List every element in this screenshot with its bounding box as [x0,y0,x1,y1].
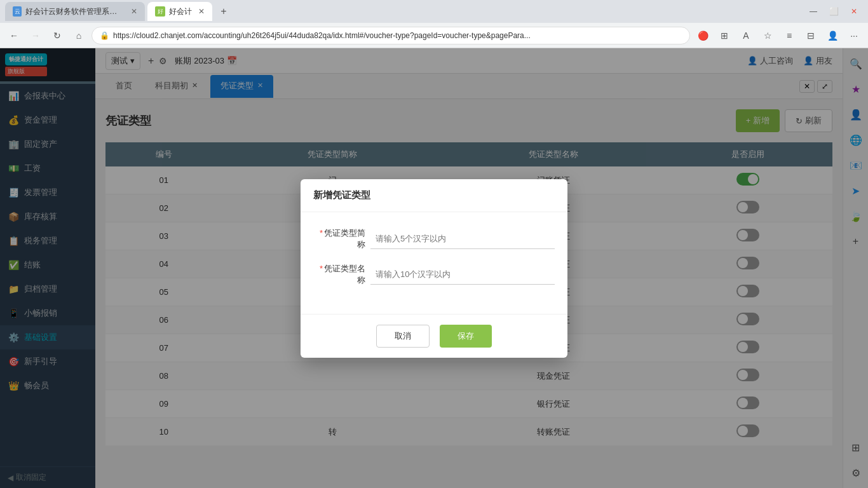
browser-tab-2[interactable]: 好 好会计 ✕ [147,2,212,21]
new-voucher-dialog: 新增凭证类型 凭证类型简称 凭证类型名称 取消 保存 [301,179,567,358]
extensions-button[interactable]: 🔴 [694,27,712,44]
tab-close-1[interactable]: ✕ [131,7,137,16]
browser-tab-1[interactable]: 云 好会计云财务软件管理系统_会计 ✕ [5,2,145,21]
close-window-button[interactable]: ✕ [845,3,863,20]
maximize-button[interactable]: ⬜ [825,3,843,20]
save-button[interactable]: 保存 [440,325,492,348]
dialog-footer: 取消 保存 [301,314,567,358]
menu-button[interactable]: ··· [845,27,863,44]
reader-button[interactable]: A [737,27,755,44]
tab-bar: 云 好会计云财务软件管理系统_会计 ✕ 好 好会计 ✕ + — ⬜ ✕ [0,0,868,23]
forward-button[interactable]: → [27,27,44,44]
abbr-input[interactable] [370,229,555,249]
dialog-header: 新增凭证类型 [301,179,567,212]
dialog-body: 凭证类型简称 凭证类型名称 [301,212,567,314]
split-button[interactable]: ⊟ [802,27,820,44]
back-button[interactable]: ← [5,27,23,44]
home-button[interactable]: ⌂ [70,27,88,44]
tab-close-2[interactable]: ✕ [198,7,205,16]
bookmark-button[interactable]: ⊞ [715,27,733,44]
browser-chrome: 云 好会计云财务软件管理系统_会计 ✕ 好 好会计 ✕ + — ⬜ ✕ ← → … [0,0,868,48]
address-text: https://cloud2.chanjet.com/accounting/uh… [113,31,531,40]
tab-favicon-2: 好 [155,6,165,17]
new-tab-button[interactable]: + [215,3,233,20]
reload-button[interactable]: ↻ [48,27,66,44]
dialog-title: 新增凭证类型 [313,189,370,200]
name-field: 凭证类型名称 [313,263,555,286]
abbr-label: 凭证类型简称 [313,227,370,250]
minimize-button[interactable]: — [804,3,822,20]
tab-favicon-1: 云 [13,6,22,17]
tab-title-1: 好会计云财务软件管理系统_会计 [25,6,125,17]
collections-button[interactable]: ≡ [780,27,798,44]
profile-button[interactable]: 👤 [824,27,841,44]
cancel-button[interactable]: 取消 [376,325,430,348]
name-input[interactable] [370,264,555,285]
address-input[interactable]: 🔒 https://cloud2.chanjet.com/accounting/… [92,27,690,44]
abbr-field: 凭证类型简称 [313,227,555,250]
dialog-overlay: 新增凭证类型 凭证类型简称 凭证类型名称 取消 保存 [0,48,868,488]
tab-title-2: 好会计 [169,6,192,17]
favorites-button[interactable]: ☆ [759,27,776,44]
name-label: 凭证类型名称 [313,263,370,286]
address-bar: ← → ↻ ⌂ 🔒 https://cloud2.chanjet.com/acc… [0,23,868,48]
